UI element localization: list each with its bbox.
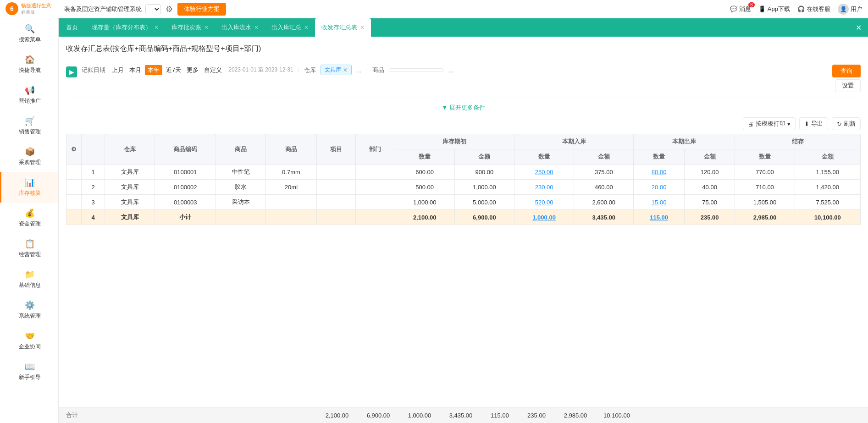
total-out-qty: 115.00 xyxy=(481,412,518,419)
col-no-header xyxy=(82,134,105,165)
user-btn[interactable]: 👤 用户 xyxy=(838,4,862,15)
message-btn[interactable]: 💬 消息 6 xyxy=(730,5,751,13)
message-badge: 6 xyxy=(748,2,755,7)
in-qty-link[interactable]: 520.00 xyxy=(514,195,574,210)
tab-close-flow[interactable]: ✕ xyxy=(254,24,259,31)
operation-icon: 📋 xyxy=(25,239,35,249)
out-qty-link[interactable]: 80.00 xyxy=(634,165,684,180)
tab-bar: 首页 现存量（库存分布表） ✕ 库存批次账 ✕ 出入库流水 ✕ 出入库汇总 ✕ … xyxy=(59,18,868,37)
out-qty-link[interactable]: 15.00 xyxy=(634,195,684,210)
sidebar-item-system[interactable]: ⚙️ 系统管理 xyxy=(0,295,58,325)
filter-divider: | xyxy=(298,66,299,73)
tab-batch-account[interactable]: 库存批次账 ✕ xyxy=(165,18,215,37)
tab-home[interactable]: 首页 xyxy=(59,18,85,37)
date-last-month-btn[interactable]: 上月 xyxy=(110,65,126,75)
tab-receipt-summary[interactable]: 收发存汇总表 ✕ xyxy=(315,18,371,37)
tab-close-batch[interactable]: ✕ xyxy=(204,24,209,31)
date-this-year-btn[interactable]: 本年 xyxy=(145,65,162,75)
logo-badge: 标准版 xyxy=(21,9,51,16)
tab-inout-flow[interactable]: 出入库流水 ✕ xyxy=(215,18,265,37)
col-settings-gear[interactable]: ⚙ xyxy=(71,146,77,153)
date-custom-btn[interactable]: 自定义 xyxy=(202,65,224,75)
logo-text: 畅捷通好生意 xyxy=(21,2,51,9)
total-label: 合计 xyxy=(66,411,78,419)
col-open-amt-header: 金额 xyxy=(454,149,514,165)
query-button[interactable]: 查询 xyxy=(832,65,861,77)
total-bal-qty: 2,985.00 xyxy=(555,412,596,419)
sidebar-item-inventory[interactable]: 📊 库存核算 xyxy=(0,172,58,203)
sidebar-item-purchase[interactable]: 📦 采购管理 xyxy=(0,141,58,172)
tab-bar-close-btn[interactable]: ✕ xyxy=(849,23,868,32)
refresh-icon: ↻ xyxy=(837,121,842,127)
goods-more-btn[interactable]: ... xyxy=(448,66,454,74)
sidebar: 🔍 搜索菜单 🏠 快捷导航 📢 营销推广 🛒 销售管理 📦 采购管理 📊 库存核… xyxy=(0,18,59,423)
system-name: 装备及固定资产辅助管理系统 xyxy=(64,5,142,13)
sidebar-item-basic[interactable]: 📁 基础信息 xyxy=(0,264,58,295)
tab-inout-summary[interactable]: 出入库汇总 ✕ xyxy=(265,18,315,37)
sidebar-item-marketing[interactable]: 📢 营销推广 xyxy=(0,80,58,110)
refresh-btn[interactable]: ↻ 刷新 xyxy=(832,117,861,130)
sidebar-item-newbie[interactable]: 📖 新手引导 xyxy=(0,356,58,387)
col-warehouse-header: 仓库 xyxy=(105,134,155,165)
sidebar-item-finance[interactable]: 💰 资金管理 xyxy=(0,203,58,233)
page-title: 收发存汇总表(按仓库+商品编码+商品+规格型号+项目+部门) xyxy=(66,44,861,54)
chevron-down-icon: ▾ xyxy=(787,121,791,127)
system-dropdown[interactable] xyxy=(145,4,161,14)
expand-icon: ▼ xyxy=(442,104,448,111)
purchase-icon: 📦 xyxy=(25,147,35,157)
date-range: 2023-01-01 至 2023-12-31 xyxy=(228,66,293,74)
total-open-amt: 6,900.00 xyxy=(358,412,399,419)
tab-close-summary[interactable]: ✕ xyxy=(304,24,309,31)
date-7days-btn[interactable]: 近7天 xyxy=(164,65,183,75)
sidebar-item-operation[interactable]: 📋 经营管理 xyxy=(0,233,58,264)
warehouse-label: 仓库 xyxy=(304,66,316,74)
col-setting-header: ⚙ xyxy=(66,134,82,165)
template-print-btn[interactable]: 🖨 按模板打印 ▾ xyxy=(743,117,796,130)
user-avatar: 👤 xyxy=(838,4,849,15)
export-btn[interactable]: ⬇ 导出 xyxy=(799,117,828,130)
settings-button[interactable]: 设置 xyxy=(835,79,861,92)
warehouse-more-btn[interactable]: ... xyxy=(356,66,362,74)
total-in-qty: 1,000.00 xyxy=(399,412,440,419)
expand-conditions[interactable]: ▼ 展开更多条件 xyxy=(66,102,861,115)
col-project-header: 项目 xyxy=(316,134,355,165)
out-qty-link[interactable]: 20.00 xyxy=(634,180,684,195)
sidebar-item-search[interactable]: 🔍 搜索菜单 xyxy=(0,18,58,49)
tab-close-inventory-dist[interactable]: ✕ xyxy=(154,24,159,31)
sidebar-item-enterprise[interactable]: 🤝 企业协同 xyxy=(0,325,58,356)
sidebar-item-sales[interactable]: 🛒 销售管理 xyxy=(0,110,58,141)
goods-label: 商品 xyxy=(372,66,384,74)
subtotal-in-qty-link[interactable]: 1,000.00 xyxy=(514,210,574,225)
online-service-btn[interactable]: 🎧 在线客服 xyxy=(797,5,830,13)
subtotal-out-qty-link[interactable]: 115.00 xyxy=(634,210,684,225)
subtotal-row: 4 文具库 小计 2,100.00 6,900.00 1,000.00 3,43… xyxy=(66,210,861,225)
home-icon: 🏠 xyxy=(25,55,35,65)
message-icon: 💬 xyxy=(730,5,737,12)
col-spec-header: 商品 xyxy=(266,134,316,165)
tab-inventory-dist[interactable]: 现存量（库存分布表） ✕ xyxy=(85,18,165,37)
total-open-qty: 2,100.00 xyxy=(316,412,358,419)
filter-divider2: | xyxy=(366,66,368,73)
data-table: ⚙ 仓库 商品编码 商品 商品 项目 部门 库存期初 本期入库 本期出库 xyxy=(66,134,861,225)
enterprise-icon: 🤝 xyxy=(25,331,35,341)
settings-icon[interactable]: ⚙ xyxy=(166,4,173,14)
app-download-btn[interactable]: 📱 App下载 xyxy=(758,5,790,13)
warehouse-tag-close[interactable]: ✕ xyxy=(343,67,348,73)
date-more-btn[interactable]: 更多 xyxy=(185,65,200,75)
basic-icon: 📁 xyxy=(25,269,35,280)
goods-input[interactable] xyxy=(389,68,444,72)
logo-icon: 6 xyxy=(6,2,18,15)
tab-close-receipt[interactable]: ✕ xyxy=(360,24,365,31)
trial-button[interactable]: 体验行业方案 xyxy=(177,3,226,16)
headset-icon: 🎧 xyxy=(797,5,805,12)
sidebar-item-quick[interactable]: 🏠 快捷导航 xyxy=(0,49,58,80)
in-qty-link[interactable]: 230.00 xyxy=(514,180,574,195)
col-balance-header: 结存 xyxy=(735,134,861,149)
col-inbound-header: 本期入库 xyxy=(514,134,633,149)
warehouse-tag[interactable]: 文具库 ✕ xyxy=(321,65,352,75)
table-row: 1 文具库 0100001 中性笔 0.7mm 600.00 900.00 25… xyxy=(66,165,861,180)
date-this-month-btn[interactable]: 本月 xyxy=(127,65,143,75)
in-qty-link[interactable]: 250.00 xyxy=(514,165,574,180)
filter-toggle-btn[interactable]: ▶ xyxy=(66,66,77,77)
finance-icon: 💰 xyxy=(25,208,35,218)
